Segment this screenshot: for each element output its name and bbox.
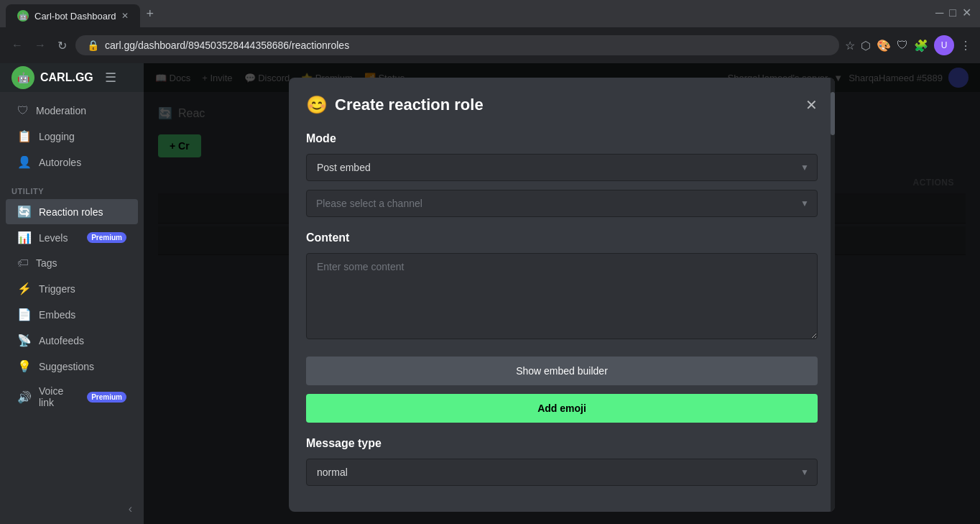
content-section: Content (306, 231, 818, 342)
content-label: Content (306, 231, 818, 244)
suggestions-icon: 💡 (17, 359, 32, 373)
utility-section-label: UTILITY (0, 175, 144, 198)
message-type-select-wrapper: normal ▼ (306, 459, 818, 486)
logo-text: CARL.GG (40, 71, 93, 84)
app-layout: 🤖 CARL.GG ☰ 🛡 Moderation 📋 Logging 👤 Aut… (0, 63, 980, 524)
reload-button[interactable]: ↻ (55, 36, 70, 55)
logo-image: 🤖 (11, 66, 34, 89)
ssl-lock-icon: 🔒 (87, 40, 99, 51)
extensions-icon[interactable]: 🧩 (914, 39, 928, 52)
message-type-section: Message type normal ▼ (306, 437, 818, 486)
mode-select[interactable]: Post embed Use existing message No messa… (306, 154, 818, 181)
browser-chrome: 🤖 Carl-bot Dashboard ✕ + ─ □ ✕ ← → ↻ 🔒 c… (0, 0, 980, 63)
hamburger-menu-button[interactable]: ☰ (105, 70, 116, 86)
modal-header: 😊 Create reaction role ✕ (306, 95, 818, 115)
sidebar-item-label: Suggestions (39, 361, 94, 372)
sidebar-item-label: Levels (39, 232, 68, 244)
sidebar-item-label: Logging (39, 131, 75, 142)
content-textarea[interactable] (306, 253, 818, 339)
modal-close-button[interactable]: ✕ (805, 96, 818, 114)
sidebar-collapse: ‹ (0, 494, 144, 524)
channel-select-wrapper: ▼ Please select a channel (306, 190, 818, 217)
levels-icon: 📊 (17, 231, 32, 244)
app-logo[interactable]: 🤖 CARL.GG (11, 66, 93, 89)
browser-tabs: 🤖 Carl-bot Dashboard ✕ + ─ □ ✕ (0, 0, 980, 27)
modal-scrollbar-track (831, 78, 835, 512)
sidebar-item-label: Voice link (39, 385, 80, 408)
browser-toolbar: ← → ↻ 🔒 carl.gg/dashboard/89450352844435… (0, 27, 980, 63)
sidebar-item-reaction-roles[interactable]: 🔄 Reaction roles (6, 199, 138, 224)
maximize-button[interactable]: □ (949, 6, 956, 19)
moderation-icon: 🛡 (17, 104, 29, 117)
premium-badge-voice: Premium (87, 392, 126, 403)
extension-icon-2[interactable]: 🎨 (877, 39, 891, 52)
bookmark-icon[interactable]: ☆ (845, 39, 855, 52)
more-options-icon[interactable]: ⋮ (960, 39, 971, 52)
sidebar-item-suggestions[interactable]: 💡 Suggestions (6, 354, 138, 379)
mode-section: Mode Post embed Use existing message No … (306, 132, 818, 217)
logging-icon: 📋 (17, 129, 32, 143)
sidebar-item-moderation[interactable]: 🛡 Moderation (6, 98, 138, 123)
address-bar[interactable]: 🔒 carl.gg/dashboard/894503528444358686/r… (75, 35, 839, 55)
extension-icon-1[interactable]: ⬡ (861, 39, 871, 52)
tab-close-button[interactable]: ✕ (121, 11, 129, 21)
close-window-button[interactable]: ✕ (962, 6, 971, 19)
sidebar-item-label: Moderation (36, 105, 86, 116)
browser-profile-avatar[interactable]: U (934, 35, 954, 55)
sidebar-item-label: Autoroles (39, 157, 81, 168)
sidebar-item-autofeeds[interactable]: 📡 Autofeeds (6, 328, 138, 353)
autoroles-icon: 👤 (17, 155, 32, 169)
sidebar-item-label: Triggers (39, 283, 75, 295)
mode-select-wrapper: Post embed Use existing message No messa… (306, 154, 818, 181)
sidebar-item-triggers[interactable]: ⚡ Triggers (6, 276, 138, 301)
reaction-roles-icon: 🔄 (17, 205, 32, 219)
message-type-label: Message type (306, 437, 818, 450)
modal-overlay[interactable]: 😊 Create reaction role ✕ Mode Post embed… (144, 63, 980, 524)
sidebar-item-label: Reaction roles (39, 206, 103, 218)
tab-title: Carl-bot Dashboard (34, 11, 116, 22)
app-top-nav: 🤖 CARL.GG ☰ (0, 63, 144, 92)
sidebar-item-logging[interactable]: 📋 Logging (6, 124, 138, 149)
window-controls: ─ □ ✕ (935, 6, 971, 19)
sidebar: 🤖 CARL.GG ☰ 🛡 Moderation 📋 Logging 👤 Aut… (0, 63, 144, 524)
browser-toolbar-icons: ☆ ⬡ 🎨 🛡 🧩 U ⋮ (845, 35, 971, 55)
new-tab-button[interactable]: + (140, 1, 160, 27)
premium-badge: Premium (87, 232, 126, 243)
sidebar-item-embeds[interactable]: 📄 Embeds (6, 302, 138, 327)
autofeeds-icon: 📡 (17, 334, 32, 347)
add-emoji-button[interactable]: Add emoji (306, 394, 818, 423)
sidebar-item-label: Embeds (39, 309, 75, 321)
sidebar-item-voice-link[interactable]: 🔊 Voice link Premium (6, 380, 138, 414)
sidebar-item-levels[interactable]: 📊 Levels Premium (6, 225, 138, 250)
voice-link-icon: 🔊 (17, 390, 32, 404)
browser-tab[interactable]: 🤖 Carl-bot Dashboard ✕ (6, 4, 140, 27)
message-type-select[interactable]: normal (306, 459, 818, 486)
collapse-button[interactable]: ‹ (129, 502, 132, 515)
modal-scrollbar-thumb[interactable] (831, 92, 835, 135)
sidebar-navigation: 🛡 Moderation 📋 Logging 👤 Autoroles UTILI… (0, 92, 144, 494)
back-button[interactable]: ← (9, 36, 26, 55)
favicon: 🤖 (17, 10, 29, 22)
modal-title-text: Create reaction role (335, 96, 484, 114)
channel-select[interactable] (306, 190, 818, 217)
embeds-icon: 📄 (17, 308, 32, 321)
tags-icon: 🏷 (17, 257, 29, 270)
extension-icon-3[interactable]: 🛡 (897, 39, 908, 52)
url-text: carl.gg/dashboard/894503528444358686/rea… (105, 40, 349, 51)
main-content: 📖 Docs + Invite 💬 Discord ⭐ Premium 📶 St… (144, 63, 980, 524)
forward-button[interactable]: → (32, 36, 49, 55)
create-reaction-role-modal: 😊 Create reaction role ✕ Mode Post embed… (289, 78, 835, 512)
triggers-icon: ⚡ (17, 282, 32, 295)
sidebar-item-label: Autofeeds (39, 335, 84, 346)
minimize-button[interactable]: ─ (935, 6, 943, 19)
sidebar-item-autoroles[interactable]: 👤 Autoroles (6, 150, 138, 175)
modal-title-emoji: 😊 (306, 95, 328, 115)
sidebar-item-tags[interactable]: 🏷 Tags (6, 251, 138, 275)
mode-label: Mode (306, 132, 818, 145)
sidebar-item-label: Tags (36, 257, 57, 269)
show-embed-builder-button[interactable]: Show embed builder (306, 357, 818, 385)
modal-title: 😊 Create reaction role (306, 95, 484, 115)
nav-left: 🤖 CARL.GG ☰ (11, 66, 116, 89)
